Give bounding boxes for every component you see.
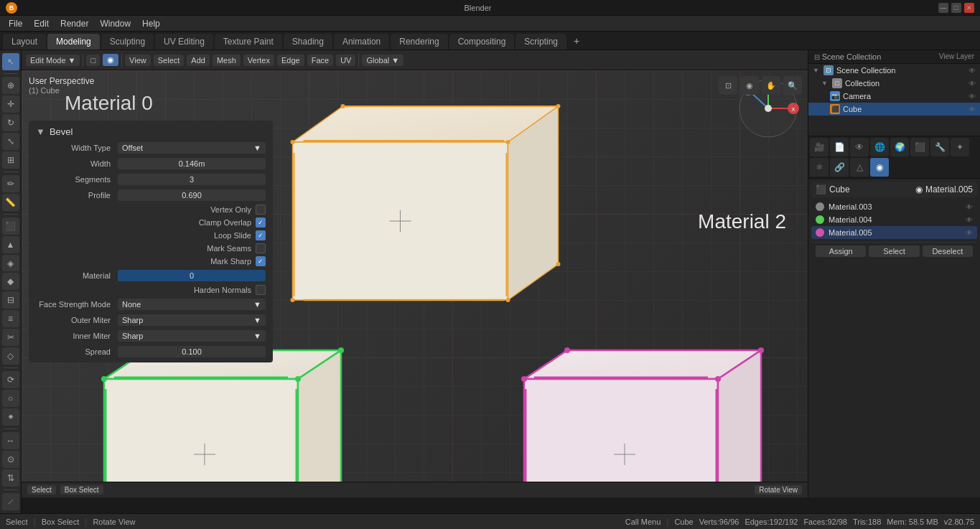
bevel-panel-header[interactable]: ▼ Bevel [32,123,270,140]
props-tab-material[interactable]: ◉ [870,158,889,177]
tool-cursor[interactable]: ⊕ [2,77,19,94]
tab-sculpting[interactable]: Sculpting [101,34,154,50]
mark-sharp-checkbox[interactable] [256,256,266,266]
viewport-3d[interactable]: User Perspective (1) Cube Material 0 Mat… [22,70,808,497]
tab-shading[interactable]: Shading [284,34,332,50]
material-input[interactable]: 0 [118,270,266,281]
subtool-edge[interactable]: Edge [277,55,304,66]
props-tab-output[interactable]: 📄 [830,138,849,156]
props-tab-particles[interactable]: ✦ [951,138,969,156]
inner-miter-dropdown[interactable]: Sharp ▼ [118,330,266,342]
viewport-shading-solid[interactable]: ◉ [103,54,118,66]
tool-select[interactable]: ↖ [2,53,19,70]
cam-btn[interactable]: ⊡ [719,76,737,95]
subtool-face[interactable]: Face [307,55,333,66]
outliner-cube[interactable]: ⬛ Cube 👁 [808,103,980,116]
tool-push-pull[interactable]: ⇅ [2,469,19,487]
tab-scripting[interactable]: Scripting [515,34,566,50]
props-tab-render[interactable]: 🎥 [810,138,829,156]
vp-btn4[interactable]: 🔍 [783,76,802,95]
material-item-004[interactable]: Material.004 👁 [811,213,977,226]
minimize-button[interactable]: — [938,3,948,13]
width-type-dropdown[interactable]: Offset ▼ [118,142,266,154]
tool-add-cube[interactable]: ⬛ [2,217,19,235]
add-workspace-button[interactable]: + [568,32,585,50]
vp-btn3[interactable]: ✋ [762,76,780,95]
tab-compositing[interactable]: Compositing [449,34,515,50]
props-tab-constraints[interactable]: 🔗 [830,158,849,177]
loop-slide-checkbox[interactable] [256,230,266,240]
outliner-scene-collection[interactable]: ▼ ⊡ Scene Collection 👁 [808,64,980,77]
tool-annotate[interactable]: ✏ [2,175,19,192]
tab-uv-editing[interactable]: UV Editing [155,34,213,50]
tab-animation[interactable]: Animation [334,34,389,50]
mode-dropdown[interactable]: Edit Mode ▼ [26,55,80,66]
material-item-005[interactable]: Material.005 👁 [811,226,977,239]
spread-value[interactable]: 0.100 [118,346,266,357]
props-tab-view[interactable]: 👁 [850,138,869,156]
maximize-button[interactable]: □ [951,3,961,13]
viewport-shading-wire[interactable]: □ [86,55,100,66]
box-select-btn[interactable]: Box Select [60,485,103,495]
assign-button[interactable]: Assign [816,245,866,257]
close-button[interactable]: ✕ [964,3,974,13]
select-mode-btn[interactable]: Select [27,485,56,495]
subtool-add[interactable]: Add [187,55,210,66]
outliner-collection[interactable]: ▼ □ Collection 👁 [808,77,980,90]
subtool-uv[interactable]: UV [336,55,355,66]
segments-value[interactable]: 3 [118,174,266,185]
tool-loop-cut[interactable]: ⊟ [2,291,19,309]
tool-offset[interactable]: ≡ [2,310,19,327]
width-value[interactable]: 0.146m [118,158,266,169]
material-item-003[interactable]: Material.003 👁 [811,200,977,213]
mark-seams-checkbox[interactable] [256,243,266,253]
menu-edit[interactable]: Edit [28,17,55,30]
subtool-select[interactable]: Select [154,55,185,66]
harden-normals-checkbox[interactable] [256,285,266,295]
tool-inset[interactable]: ◈ [2,255,19,272]
tool-edge-slide[interactable]: ↔ [2,432,19,449]
props-tab-world[interactable]: 🌍 [890,138,909,156]
tool-extrude[interactable]: ▲ [2,236,19,253]
props-tab-modifier[interactable]: 🔧 [930,138,949,156]
profile-value[interactable]: 0.690 [118,189,266,201]
outer-miter-dropdown[interactable]: Sharp ▼ [118,314,266,326]
tool-shrink[interactable]: ⊙ [2,451,19,468]
tool-rotate[interactable]: ↻ [2,114,19,131]
tool-randomize[interactable]: ⁕ [2,408,19,426]
tool-bevel[interactable]: ◆ [2,273,19,290]
props-tab-physics[interactable]: ⚛ [810,158,829,177]
menu-window[interactable]: Window [94,17,136,30]
vertex-only-checkbox[interactable] [256,205,266,215]
tool-scale[interactable]: ⤡ [2,133,19,150]
subtool-vertex[interactable]: Vertex [243,55,274,66]
tool-poly-build[interactable]: ◇ [2,347,19,365]
vp-btn2[interactable]: ◉ [740,76,759,95]
transform-dropdown[interactable]: Global ▼ [362,55,403,66]
props-tab-scene[interactable]: 🌐 [870,138,889,156]
subtool-view[interactable]: View [125,55,151,66]
tab-modeling[interactable]: Modeling [47,34,100,50]
props-tab-object[interactable]: ⬛ [910,138,929,156]
tab-texture-paint[interactable]: Texture Paint [215,34,282,50]
props-tab-data[interactable]: △ [850,158,869,177]
tool-shear[interactable]: ⟋ [2,493,19,510]
tab-rendering[interactable]: Rendering [391,34,447,50]
tool-move[interactable]: ✛ [2,95,19,113]
select-material-button[interactable]: Select [869,245,919,257]
tool-smooth[interactable]: ○ [2,390,19,407]
tool-knife[interactable]: ✂ [2,329,19,346]
rotate-view-btn[interactable]: Rotate View [755,485,802,495]
tool-measure[interactable]: 📏 [2,194,19,211]
menu-render[interactable]: Render [55,17,94,30]
tool-transform[interactable]: ⊞ [2,151,19,169]
deselect-button[interactable]: Deselect [923,245,973,257]
subtool-mesh[interactable]: Mesh [213,55,241,66]
outliner-camera[interactable]: 📷 Camera 👁 [808,90,980,103]
menu-file[interactable]: File [3,17,28,30]
face-strength-dropdown[interactable]: None ▼ [118,299,266,310]
tool-spin[interactable]: ⟳ [2,371,19,388]
clamp-overlap-checkbox[interactable] [256,217,266,228]
menu-help[interactable]: Help [136,17,166,30]
tab-layout[interactable]: Layout [3,34,46,50]
